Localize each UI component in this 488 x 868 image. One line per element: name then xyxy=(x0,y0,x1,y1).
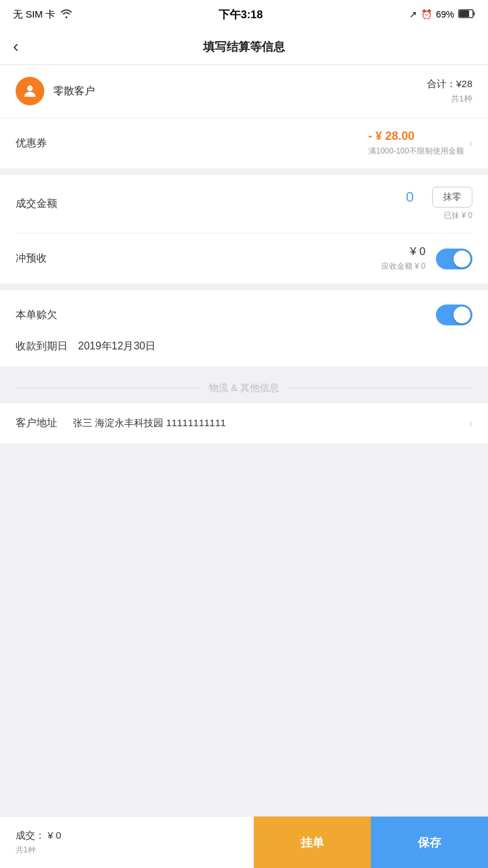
deal-amount-row: 成交金额 0 抹零 已抹 ¥ 0 xyxy=(16,175,472,234)
debt-row: 本单赊欠 xyxy=(16,290,472,340)
logistics-label: 物流 & 其他信息 xyxy=(209,382,279,394)
address-section: 客户地址 张三 海淀永丰科技园 11111111111 › xyxy=(0,403,488,443)
deal-section: 成交金额 0 抹零 已抹 ¥ 0 冲预收 ¥ 0 应收金额 ¥ 0 xyxy=(0,175,488,284)
due-date-value[interactable]: 2019年12月30日 xyxy=(78,340,156,353)
save-button[interactable]: 保存 xyxy=(371,817,488,869)
prepay-sub: 应收金额 ¥ 0 xyxy=(381,261,426,272)
deal-amount-value[interactable]: 0 xyxy=(406,189,414,206)
prepay-right: ¥ 0 应收金额 ¥ 0 xyxy=(381,245,472,272)
battery-text: 69% xyxy=(436,9,454,20)
chevron-right-icon: › xyxy=(469,137,472,149)
customer-row: 零散客户 合计：¥28 共1种 xyxy=(0,65,488,117)
wifi-icon xyxy=(61,9,72,20)
prepay-label: 冲预收 xyxy=(16,252,47,265)
prepay-amounts: ¥ 0 应收金额 ¥ 0 xyxy=(381,245,426,272)
status-left: 无 SIM 卡 xyxy=(13,8,72,21)
prepay-main: ¥ 0 xyxy=(381,245,426,258)
debt-section: 本单赊欠 收款到期日 2019年12月30日 xyxy=(0,290,488,366)
bottom-deal-amount: 成交： ¥ 0 xyxy=(16,830,238,842)
coupon-info: - ¥ 28.00 满1000-100不限制使用金额 xyxy=(368,129,464,157)
battery-icon xyxy=(458,9,475,20)
customer-left: 零散客户 xyxy=(16,77,95,105)
bottom-count: 共1种 xyxy=(16,845,238,856)
due-date-row: 收款到期日 2019年12月30日 xyxy=(16,340,472,366)
coupon-label: 优惠券 xyxy=(16,137,47,150)
status-time: 下午3:18 xyxy=(219,7,263,22)
address-label: 客户地址 xyxy=(16,416,57,430)
logistics-divider: 物流 & 其他信息 xyxy=(0,373,488,403)
customer-name: 零散客户 xyxy=(53,85,95,98)
debt-label: 本单赊欠 xyxy=(16,308,57,322)
coupon-desc: 满1000-100不限制使用金额 xyxy=(368,146,464,157)
coupon-row[interactable]: 优惠券 - ¥ 28.00 满1000-100不限制使用金额 › xyxy=(0,117,488,169)
alarm-icon: ⏰ xyxy=(421,9,432,20)
divider-left xyxy=(16,388,201,388)
location-icon: ↗ xyxy=(409,9,417,20)
prepay-toggle[interactable] xyxy=(436,249,472,269)
back-button[interactable]: ‹ xyxy=(13,36,19,57)
svg-point-3 xyxy=(27,85,33,91)
page-title: 填写结算等信息 xyxy=(203,39,285,55)
coupon-right: - ¥ 28.00 满1000-100不限制使用金额 › xyxy=(368,129,472,157)
total-count: 共1种 xyxy=(427,93,472,105)
customer-card: 零散客户 合计：¥28 共1种 优惠券 - ¥ 28.00 满1000-100不… xyxy=(0,65,488,169)
customer-right: 合计：¥28 共1种 xyxy=(427,78,472,105)
sim-status: 无 SIM 卡 xyxy=(13,8,55,21)
deal-amount-sub: 已抹 ¥ 0 xyxy=(406,210,472,221)
address-chevron-icon: › xyxy=(469,418,472,429)
due-date-label: 收款到期日 xyxy=(16,340,68,353)
coupon-amount: - ¥ 28.00 xyxy=(368,129,464,143)
prepay-row: 冲预收 ¥ 0 应收金额 ¥ 0 xyxy=(16,234,472,284)
svg-rect-2 xyxy=(459,10,469,17)
status-bar: 无 SIM 卡 下午3:18 ↗ ⏰ 69% xyxy=(0,0,488,29)
bottom-bar: 成交： ¥ 0 共1种 挂单 保存 xyxy=(0,816,488,868)
svg-rect-1 xyxy=(473,12,474,16)
deal-amount-label: 成交金额 xyxy=(16,197,57,211)
deal-amount-right: 0 抹零 已抹 ¥ 0 xyxy=(406,187,472,221)
address-row[interactable]: 客户地址 张三 海淀永丰科技园 11111111111 › xyxy=(16,403,472,443)
content: 零散客户 合计：¥28 共1种 优惠券 - ¥ 28.00 满1000-100不… xyxy=(0,65,488,645)
nav-bar: ‹ 填写结算等信息 xyxy=(0,29,488,65)
spacer xyxy=(0,450,488,580)
avatar xyxy=(16,77,44,105)
hang-order-button[interactable]: 挂单 xyxy=(254,817,371,869)
debt-toggle[interactable] xyxy=(436,305,472,325)
bottom-summary: 成交： ¥ 0 共1种 xyxy=(0,830,254,856)
status-right: ↗ ⏰ 69% xyxy=(409,9,475,20)
round-off-button[interactable]: 抹零 xyxy=(432,187,472,208)
divider-right xyxy=(287,388,472,388)
total-amount: 合计：¥28 xyxy=(427,78,472,90)
address-value: 张三 海淀永丰科技园 11111111111 xyxy=(73,417,469,429)
